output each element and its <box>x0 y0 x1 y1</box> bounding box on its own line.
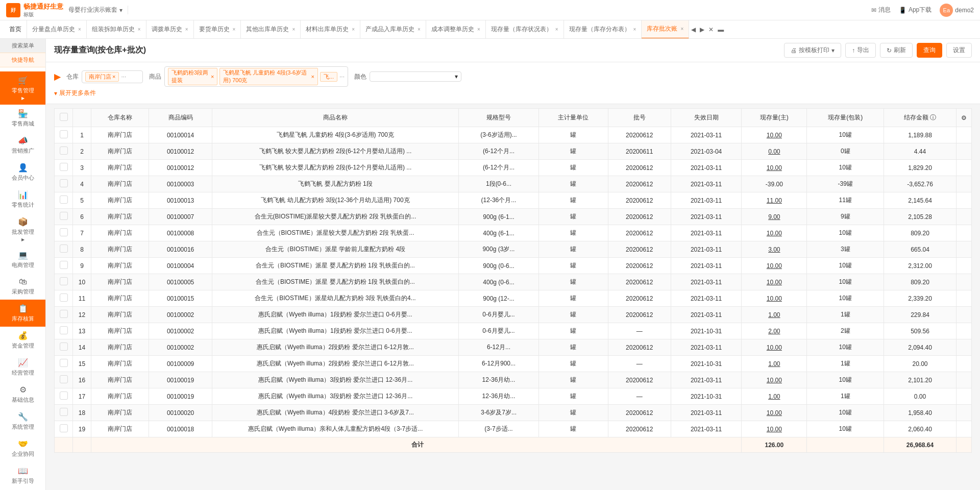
cell-qty-main[interactable]: 10.00 <box>742 372 807 388</box>
sidebar-item-marketing[interactable]: 📣 营销推广 <box>0 132 45 159</box>
cell-check[interactable] <box>55 274 73 290</box>
cell-check[interactable] <box>55 290 73 307</box>
cell-qty-main[interactable]: 1.00 <box>742 388 807 405</box>
expand-btn[interactable]: ▶ <box>54 72 60 82</box>
cell-qty-main[interactable]: 10.00 <box>742 274 807 290</box>
sidebar-item-retail-mgmt[interactable]: 🛒 零售管理 ▶ <box>0 71 45 105</box>
query-btn[interactable]: 查询 <box>917 43 942 58</box>
tab-close-btn[interactable]: ✕ <box>706 26 716 33</box>
tab-yaohuo[interactable]: 要货单历史 × <box>194 20 241 39</box>
tab-chuku[interactable]: 其他出库单历史 × <box>241 20 301 39</box>
export-btn[interactable]: ↑ 导出 <box>845 43 876 58</box>
cell-qty-main[interactable]: 10.00 <box>742 225 807 241</box>
user-profile[interactable]: Ea demo2 <box>940 4 974 17</box>
cell-check[interactable] <box>55 372 73 388</box>
cell-qty-main[interactable]: 1.00 <box>742 356 807 372</box>
cell-qty-main[interactable]: 10.00 <box>742 339 807 356</box>
close-kucun-dist[interactable]: × <box>633 27 636 32</box>
sidebar-item-retail-shop[interactable]: 🏪 零售商城 <box>0 105 45 132</box>
cell-check[interactable] <box>55 127 73 143</box>
tab-home[interactable]: 首页 <box>4 20 27 39</box>
app-download-btn[interactable]: 📱 App下载 <box>899 6 932 14</box>
sidebar-item-basic[interactable]: ⚙ 基础信息 <box>0 381 45 408</box>
color-selector[interactable]: ▾ <box>370 71 461 82</box>
cell-qty-main[interactable]: 1.00 <box>742 307 807 323</box>
sidebar-item-enterprise[interactable]: 🤝 企业协同 <box>0 435 45 462</box>
cell-check[interactable] <box>55 209 73 225</box>
sidebar-item-member[interactable]: 👤 会员中心 <box>0 159 45 186</box>
tab-prev-btn[interactable]: ◀ <box>689 26 698 33</box>
cell-check[interactable] <box>55 339 73 356</box>
cell-check[interactable] <box>55 192 73 209</box>
cell-qty-main[interactable]: 11.00 <box>742 192 807 209</box>
sidebar-item-ecommerce[interactable]: 💻 电商管理 <box>0 246 45 273</box>
sidebar-item-guide[interactable]: 📖 新手引导 <box>0 462 45 489</box>
select-all-checkbox[interactable] <box>60 113 68 121</box>
tab-ruku[interactable]: 产成品入库单历史 × <box>360 20 426 39</box>
sidebar-item-system[interactable]: 🔧 系统管理 <box>0 408 45 435</box>
cell-check[interactable] <box>55 225 73 241</box>
cell-qty-main[interactable]: 0.00 <box>742 143 807 160</box>
cell-qty-main[interactable]: 3.00 <box>742 241 807 258</box>
cell-check[interactable] <box>55 356 73 372</box>
cell-check[interactable] <box>55 143 73 160</box>
close-kucun-status[interactable]: × <box>555 27 558 32</box>
sidebar-item-retail-stat[interactable]: 📊 零售统计 <box>0 186 45 213</box>
close-ruku[interactable]: × <box>418 27 421 32</box>
settings-btn[interactable]: 设置 <box>946 43 972 58</box>
close-pici[interactable]: × <box>680 26 683 32</box>
quick-nav-btn[interactable]: 快捷导航 <box>0 53 45 67</box>
cell-check[interactable] <box>55 421 73 437</box>
tab-chengben[interactable]: 成本调整单历史 × <box>426 20 486 39</box>
tab-kucun-dist[interactable]: 现存量（库存分布表） × <box>564 20 642 39</box>
refresh-btn[interactable]: ↻ 刷新 <box>880 43 913 58</box>
close-chengben[interactable]: × <box>477 27 480 32</box>
cell-check[interactable] <box>55 241 73 258</box>
tab-kucun-status[interactable]: 现存量（库存状况表） × <box>486 20 564 39</box>
cell-qty-main[interactable]: 10.00 <box>742 127 807 143</box>
tab-pici[interactable]: 库存批次账 × <box>642 20 689 39</box>
tab-diaobo[interactable]: 调拨单历史 × <box>146 20 194 39</box>
tab-menu-btn[interactable]: ▬ <box>716 26 726 33</box>
message-btn[interactable]: ✉ 消息 <box>871 6 891 14</box>
cell-qty-main[interactable]: 10.00 <box>742 421 807 437</box>
close-cailiao[interactable]: × <box>352 27 355 32</box>
remove-product-tag-2[interactable]: × <box>311 74 314 80</box>
close-diaobo[interactable]: × <box>185 27 188 32</box>
cell-check[interactable] <box>55 307 73 323</box>
close-fenpan[interactable]: × <box>78 27 81 32</box>
close-yaohuo[interactable]: × <box>233 27 236 32</box>
expand-more-btn[interactable]: ▾ 展开更多条件 <box>54 87 972 100</box>
cell-check[interactable] <box>55 160 73 176</box>
cell-check[interactable] <box>55 405 73 421</box>
close-zuchai[interactable]: × <box>138 27 141 32</box>
tab-cailiao[interactable]: 材料出库单历史 × <box>301 20 360 39</box>
cell-check[interactable] <box>55 323 73 339</box>
cell-check[interactable] <box>55 388 73 405</box>
cell-qty-main[interactable]: 10.00 <box>742 290 807 307</box>
tab-fenpan[interactable]: 分量盘点单历史 × <box>27 20 87 39</box>
sidebar-item-finance[interactable]: 💰 资金管理 <box>0 327 45 354</box>
warehouse-selector[interactable]: 南岸门店 × ··· <box>82 70 143 83</box>
org-selector[interactable]: 母婴行业演示账套 ▾ <box>63 6 128 14</box>
cell-qty-main[interactable]: 2.00 <box>742 323 807 339</box>
cell-check[interactable] <box>55 176 73 192</box>
th-col-settings[interactable]: ⚙ <box>957 109 972 127</box>
cell-qty-main[interactable]: -39.00 <box>742 176 807 192</box>
search-menu-btn[interactable]: 搜索菜单 <box>0 39 45 53</box>
remove-product-tag-1[interactable]: × <box>211 74 214 80</box>
cell-qty-main[interactable]: 10.00 <box>742 405 807 421</box>
print-btn[interactable]: 🖨 按模板打印 ▾ <box>784 43 841 58</box>
product-selector[interactable]: 飞鹤奶粉3段两提装 × 飞鹤星飞帆 儿童奶粉 4段(3-6岁适用) 700克 ×… <box>164 66 348 87</box>
remove-warehouse-tag[interactable]: × <box>112 74 115 80</box>
cell-qty-main[interactable]: 10.00 <box>742 258 807 274</box>
sidebar-item-operation[interactable]: 📈 经营管理 <box>0 354 45 381</box>
cell-check[interactable] <box>55 258 73 274</box>
sidebar-item-wholesale[interactable]: 📦 批发管理 ▶ <box>0 213 45 246</box>
tab-next-btn[interactable]: ▶ <box>698 26 706 33</box>
sidebar-item-inventory[interactable]: 📋 库存核算 <box>0 300 45 327</box>
close-chuku[interactable]: × <box>292 27 295 32</box>
cell-qty-main[interactable]: 10.00 <box>742 160 807 176</box>
tab-zuchai[interactable]: 组装拆卸单历史 × <box>87 20 146 39</box>
sidebar-item-purchase[interactable]: 🛍 采购管理 <box>0 273 45 300</box>
